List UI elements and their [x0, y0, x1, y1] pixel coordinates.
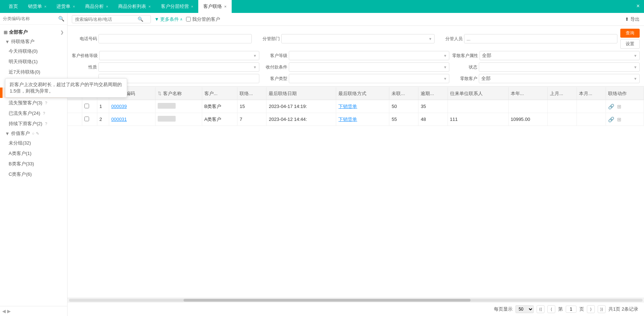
- value-customers-edit-icon[interactable]: ✎: [36, 131, 39, 136]
- filter-customer-type-select[interactable]: ▼: [289, 74, 450, 83]
- nav-product-analysis-list[interactable]: 商品分析列表 ×: [113, 0, 156, 13]
- col-unit-contact[interactable]: 往来单位联系人: [448, 87, 508, 100]
- filter-manager-select[interactable]: ...: [464, 34, 617, 43]
- col-overdue[interactable]: 逾期...: [418, 87, 448, 100]
- total-records: 共1页 2条记录: [608, 306, 638, 312]
- nav-customer-segments-close[interactable]: ×: [191, 4, 193, 9]
- sidebar-item-today[interactable]: 今天待联络(0): [0, 46, 67, 57]
- sidebar-item-lost[interactable]: 已流失客户(24) ?: [0, 108, 67, 119]
- filter-price-level-select[interactable]: ▼: [99, 51, 259, 60]
- row1-last-contact-method[interactable]: 下销货单: [336, 100, 389, 113]
- my-customers-checkbox[interactable]: [186, 17, 191, 22]
- row1-last-month: [548, 100, 577, 113]
- nav-product-analysis-close[interactable]: ×: [106, 4, 108, 9]
- nav-customer-segments[interactable]: 客户分层经营 ×: [156, 0, 198, 13]
- query-button[interactable]: 查询: [620, 29, 640, 38]
- sidebar-collapse-btn[interactable]: ❯: [60, 30, 64, 35]
- sidebar-search-input[interactable]: [3, 16, 57, 21]
- sidebar-all-customers[interactable]: ⊞ 全部客户 ❯: [0, 28, 67, 37]
- col-uncontacted[interactable]: 未联...: [389, 87, 418, 100]
- last-page-button[interactable]: ⟩⟩: [598, 305, 606, 313]
- row2-grid-icon[interactable]: ⊞: [617, 117, 621, 122]
- nav-purchase-order-close[interactable]: ×: [73, 4, 75, 9]
- col-name[interactable]: ⇅ 客户名称: [156, 87, 202, 100]
- row1-code[interactable]: 000039: [109, 100, 156, 113]
- sidebar-right-arrow[interactable]: ▶: [7, 308, 11, 314]
- nav-home[interactable]: 首页: [4, 0, 23, 13]
- filter-dept-select[interactable]: ▼: [281, 34, 435, 43]
- settings-button[interactable]: 设置: [620, 39, 640, 49]
- sidebar-left-arrow[interactable]: ◀: [2, 308, 6, 314]
- row1-select-checkbox[interactable]: [84, 104, 89, 108]
- filter-retail-attr-select[interactable]: 全部 ▼: [479, 51, 640, 60]
- export-button[interactable]: ⬆ 导出: [625, 16, 640, 23]
- horizontal-scrollbar-track[interactable]: [69, 299, 643, 302]
- filter-customer-level-select[interactable]: ▼: [289, 51, 450, 60]
- row1-link-icon[interactable]: 🔗: [608, 104, 614, 109]
- nav-customer-contact[interactable]: 客户联络 ×: [198, 0, 231, 13]
- filter-search-icon[interactable]: 🔍: [138, 16, 143, 22]
- first-page-button[interactable]: ⟨⟨: [537, 305, 545, 313]
- filter-retail-customer-select[interactable]: 全部 ▼: [479, 74, 640, 83]
- nav-customer-contact-close[interactable]: ×: [224, 4, 226, 9]
- filter-status-select[interactable]: ▼: [479, 62, 640, 72]
- sidebar-item-tomorrow[interactable]: 明天待联络(1): [0, 57, 67, 67]
- nav-sales-order[interactable]: 销货单 ×: [23, 0, 51, 13]
- row1-contact-method-link[interactable]: 下销货单: [338, 104, 357, 109]
- sidebar-search-icon[interactable]: 🔍: [58, 16, 64, 22]
- page-number-input[interactable]: [566, 306, 576, 313]
- filter-search-input[interactable]: [75, 17, 136, 22]
- row2-select-checkbox[interactable]: [84, 117, 89, 121]
- col-last-contact-method[interactable]: 最后联络方式: [336, 87, 389, 100]
- nav-product-analysis[interactable]: 商品分析 ×: [80, 0, 113, 13]
- sidebar-item-class-b[interactable]: B类客户(33): [0, 159, 67, 169]
- horizontal-scrollbar-thumb[interactable]: [184, 299, 471, 302]
- row2-contact-method-link[interactable]: 下销货单: [338, 117, 357, 122]
- row1-code-link[interactable]: 000039: [111, 104, 127, 109]
- filter-nature-select[interactable]: ▼: [98, 62, 259, 72]
- continuous-down-help-icon[interactable]: ?: [45, 122, 47, 126]
- prev-page-button[interactable]: ⟨: [547, 305, 555, 313]
- page-suffix: 页: [579, 306, 584, 312]
- lost-warning-help-icon[interactable]: ?: [45, 101, 47, 105]
- row2-last-contact-method[interactable]: 下销货单: [336, 113, 389, 126]
- filter-row-1: 电话号码 分管部门 ▼ 分管人员 ... 查询: [72, 29, 640, 49]
- close-app-button[interactable]: ×: [636, 3, 640, 9]
- sidebar-item-continuous-down[interactable]: 持续下滑客户(2) ?: [0, 119, 67, 129]
- value-customers-circle-icon[interactable]: ○: [32, 131, 34, 136]
- col-this-year[interactable]: 本年...: [508, 87, 547, 100]
- row2-code[interactable]: 000031: [109, 113, 156, 126]
- nav-purchase-order[interactable]: 进货单 ×: [51, 0, 80, 13]
- sidebar-item-lost-warning[interactable]: 流失预警客户(3) ?: [0, 98, 67, 108]
- col-last-month[interactable]: 上月...: [548, 87, 577, 100]
- col-contact[interactable]: 联络...: [237, 87, 267, 100]
- row2-code-link[interactable]: 000031: [111, 117, 127, 122]
- row2-name[interactable]: [156, 113, 202, 126]
- row1-grid-icon[interactable]: ⊞: [617, 104, 621, 109]
- sidebar-item-class-c[interactable]: C类客户(6): [0, 169, 67, 180]
- row2-checkbox[interactable]: [82, 113, 97, 126]
- row1-this-year: [508, 100, 547, 113]
- nav-sales-order-close[interactable]: ×: [44, 4, 46, 9]
- filter-phone-input[interactable]: [98, 34, 252, 43]
- per-page-select[interactable]: 50 20 100: [515, 305, 534, 313]
- table-scroll-bar[interactable]: [68, 298, 644, 302]
- col-type[interactable]: 客户...: [202, 87, 237, 100]
- row1-name[interactable]: [156, 100, 202, 113]
- next-page-button[interactable]: ⟩: [587, 305, 595, 313]
- my-customers-filter[interactable]: 我分管的客户: [186, 16, 220, 23]
- nav-product-analysis-list-close[interactable]: ×: [148, 4, 150, 9]
- filter-search-box: 🔍: [72, 15, 151, 23]
- row2-link-icon[interactable]: 🔗: [608, 117, 614, 122]
- sidebar-item-ungrouped[interactable]: 未分组(32): [0, 138, 67, 148]
- filter-payment-select[interactable]: ▼: [289, 62, 450, 72]
- lost-help-icon[interactable]: ?: [43, 111, 45, 115]
- row1-checkbox[interactable]: [82, 100, 97, 113]
- filter-more-conditions[interactable]: ▼ 更多条件 ∧: [154, 16, 182, 23]
- sidebar-value-customers-group[interactable]: ▼ 价值客户 ○ ✎: [0, 129, 67, 138]
- sidebar-item-7days[interactable]: 近7天待联络(0): [0, 67, 67, 77]
- col-last-contact-date[interactable]: 最后联络日期: [267, 87, 336, 100]
- col-this-month[interactable]: 本月...: [577, 87, 606, 100]
- sidebar-pending-contact-group[interactable]: ▼ 待联络客户: [0, 37, 67, 46]
- sidebar-item-class-a[interactable]: A类客户(1): [0, 148, 67, 159]
